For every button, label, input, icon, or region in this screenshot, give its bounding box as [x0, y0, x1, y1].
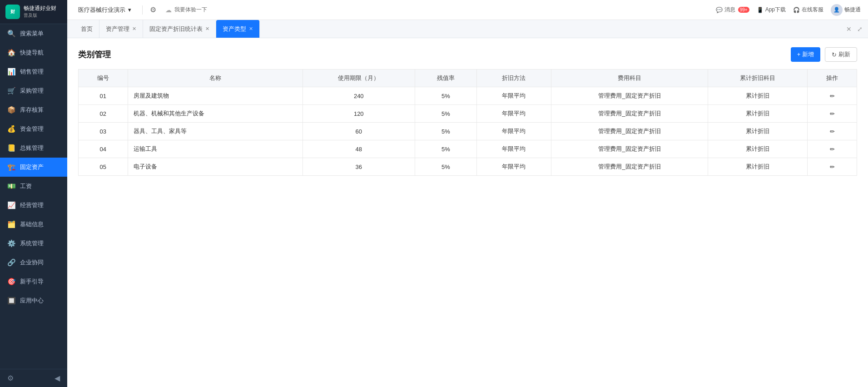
- page-content: 类别管理 + 新增 ↻ 刷新 编号名称使用期限（月）残值率折旧方法费用科目累计折…: [67, 38, 868, 387]
- tab-label-asset-type: 资产类型: [223, 25, 246, 33]
- sidebar-label-enterprise: 企业协同: [20, 258, 44, 267]
- tab-asset-type[interactable]: 资产类型✕: [216, 20, 260, 38]
- trial-button[interactable]: ☁ 我要体验一下: [165, 6, 207, 14]
- dropdown-icon: ▾: [128, 6, 131, 13]
- refresh-label: 刷新: [838, 50, 850, 59]
- sidebar-item-sales[interactable]: 📊 销售管理: [0, 62, 67, 81]
- tab-home[interactable]: 首页: [74, 20, 99, 38]
- col-header-7: 操作: [808, 69, 857, 87]
- tab-close-asset-mgmt[interactable]: ✕: [132, 26, 136, 32]
- sidebar-label-purchase: 采购管理: [20, 87, 44, 95]
- row-2-col-7[interactable]: ✏: [808, 123, 857, 140]
- topbar: 医疗器械行业演示 ▾ ⚙ ☁ 我要体验一下 💬 消息 99+ 📱 App下载 🎧…: [67, 0, 868, 20]
- sidebar-icon-operations: 📈: [7, 201, 15, 209]
- row-2-col-5: 管理费用_固定资产折旧: [551, 123, 708, 140]
- col-header-2: 使用期限（月）: [303, 69, 415, 87]
- refresh-button[interactable]: ↻ 刷新: [825, 47, 857, 62]
- sidebar-icon-system: ⚙️: [7, 239, 15, 248]
- row-3-col-7[interactable]: ✏: [808, 140, 857, 158]
- col-header-1: 名称: [128, 69, 303, 87]
- row-1-col-4: 年限平均: [476, 105, 551, 123]
- row-0-col-7[interactable]: ✏: [808, 87, 857, 105]
- trial-icon: ☁: [165, 6, 172, 14]
- sidebar-logo: 财 畅捷通好业财 普及版: [0, 0, 67, 24]
- col-header-5: 费用科目: [551, 69, 708, 87]
- category-table: 编号名称使用期限（月）残值率折旧方法费用科目累计折旧科目操作 01房屋及建筑物2…: [78, 69, 857, 176]
- topbar-settings-icon[interactable]: ⚙: [150, 5, 156, 14]
- new-button[interactable]: + 新增: [791, 47, 820, 62]
- row-4-col-0: 05: [79, 158, 128, 176]
- message-icon: 💬: [716, 7, 723, 13]
- user-name: 畅捷通: [844, 6, 861, 14]
- tab-asset-mgmt[interactable]: 资产管理✕: [99, 20, 143, 38]
- sidebar-item-salary[interactable]: 💵 工资: [0, 177, 67, 196]
- message-badge: 99+: [738, 7, 749, 13]
- sidebar-label-apps: 应用中心: [20, 297, 44, 305]
- row-4-col-4: 年限平均: [476, 158, 551, 176]
- row-2-col-6: 累计折旧: [708, 123, 808, 140]
- sidebar-label-search: 搜索菜单: [20, 30, 44, 38]
- collapse-icon[interactable]: ◀: [55, 374, 60, 382]
- message-item[interactable]: 💬 消息 99+: [716, 6, 749, 14]
- row-0-col-4: 年限平均: [476, 87, 551, 105]
- row-1-col-7[interactable]: ✏: [808, 105, 857, 123]
- row-0-col-2: 240: [303, 87, 415, 105]
- tabbar: 首页资产管理✕固定资产折旧统计表✕资产类型✕ ✕ ⤢: [67, 20, 868, 38]
- trial-text: 我要体验一下: [174, 6, 207, 14]
- row-1-col-3: 5%: [415, 105, 476, 123]
- sidebar-item-enterprise[interactable]: 🔗 企业协同: [0, 253, 67, 272]
- row-2-col-0: 03: [79, 123, 128, 140]
- tabbar-actions: ✕ ⤢: [844, 24, 868, 35]
- col-header-3: 残值率: [415, 69, 476, 87]
- tab-label-depreciation: 固定资产折旧统计表: [149, 25, 203, 33]
- row-0-col-1: 房屋及建筑物: [128, 87, 303, 105]
- sidebar-item-operations[interactable]: 📈 经营管理: [0, 196, 67, 215]
- row-4-col-7[interactable]: ✏: [808, 158, 857, 176]
- row-4-col-3: 5%: [415, 158, 476, 176]
- user-item[interactable]: 👤 畅捷通: [831, 4, 861, 16]
- tab-depreciation[interactable]: 固定资产折旧统计表✕: [143, 20, 216, 38]
- tab-expand-btn[interactable]: ⤢: [855, 24, 864, 35]
- sidebar-label-inventory: 库存核算: [20, 106, 44, 114]
- sidebar-item-ledger[interactable]: 📒 总账管理: [0, 139, 67, 158]
- sidebar-item-guide[interactable]: 🎯 新手引导: [0, 272, 67, 291]
- sidebar-item-system[interactable]: ⚙️ 系统管理: [0, 234, 67, 253]
- main-area: 医疗器械行业演示 ▾ ⚙ ☁ 我要体验一下 💬 消息 99+ 📱 App下载 🎧…: [67, 0, 868, 387]
- sidebar-item-base[interactable]: 🗂️ 基础信息: [0, 215, 67, 234]
- row-3-col-0: 04: [79, 140, 128, 158]
- online-service-item[interactable]: 🎧 在线客服: [793, 6, 823, 14]
- row-0-col-0: 01: [79, 87, 128, 105]
- sidebar-item-fixed[interactable]: 🏗️ 固定资产: [0, 158, 67, 177]
- tab-close-asset-type[interactable]: ✕: [249, 26, 253, 32]
- app-download-item[interactable]: 📱 App下载: [757, 6, 786, 14]
- col-header-0: 编号: [79, 69, 128, 87]
- sidebar-icon-base: 🗂️: [7, 220, 15, 228]
- page-title: 类别管理: [78, 49, 111, 60]
- row-2-col-1: 器具、工具、家具等: [128, 123, 303, 140]
- sidebar-icon-search: 🔍: [7, 30, 15, 38]
- service-icon: 🎧: [793, 7, 800, 13]
- col-header-6: 累计折旧科目: [708, 69, 808, 87]
- tab-close-depreciation[interactable]: ✕: [205, 26, 209, 32]
- row-2-col-4: 年限平均: [476, 123, 551, 140]
- logo-icon: 财: [5, 5, 20, 19]
- row-4-col-1: 电子设备: [128, 158, 303, 176]
- table-row: 02机器、机械和其他生产设备1205%年限平均管理费用_固定资产折旧累计折旧✏: [79, 105, 857, 123]
- sidebar-item-inventory[interactable]: 📦 库存核算: [0, 100, 67, 119]
- sidebar-footer: ⚙ ◀: [0, 369, 67, 387]
- sidebar-item-search[interactable]: 🔍 搜索菜单: [0, 24, 67, 43]
- sidebar-icon-salary: 💵: [7, 182, 15, 190]
- sidebar-item-finance[interactable]: 💰 资金管理: [0, 119, 67, 139]
- settings-icon[interactable]: ⚙: [7, 374, 14, 382]
- sidebar-item-purchase[interactable]: 🛒 采购管理: [0, 81, 67, 100]
- row-1-col-2: 120: [303, 105, 415, 123]
- logo-badge: 普及版: [24, 12, 56, 19]
- sidebar-label-operations: 经营管理: [20, 201, 44, 209]
- row-1-col-0: 02: [79, 105, 128, 123]
- sidebar-label-quicknav: 快捷导航: [20, 49, 44, 57]
- row-0-col-5: 管理费用_固定资产折旧: [551, 87, 708, 105]
- company-selector[interactable]: 医疗器械行业演示 ▾: [74, 4, 135, 16]
- sidebar-item-apps[interactable]: 🔲 应用中心: [0, 291, 67, 310]
- sidebar-item-quicknav[interactable]: 🏠 快捷导航: [0, 43, 67, 62]
- tab-close-all-btn[interactable]: ✕: [844, 24, 853, 35]
